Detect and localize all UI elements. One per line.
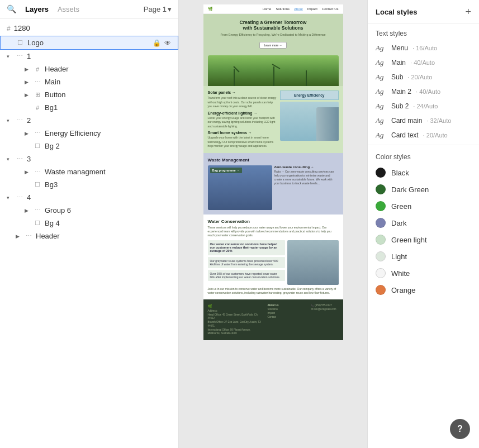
style-name: Main — [391, 59, 406, 66]
color-swatch-white — [376, 268, 386, 278]
water-text: These services will help you reduce your… — [208, 226, 339, 237]
color-orange[interactable]: Orange — [368, 282, 479, 298]
nav-about: About — [294, 7, 303, 11]
color-green[interactable]: Green — [368, 198, 479, 215]
zero-waste-text: Ratio → Our zero-waste consulting servic… — [274, 170, 339, 185]
color-swatch-dark-green — [376, 184, 386, 194]
color-name-black: Black — [391, 169, 409, 177]
water-cards: Our water conservation solutions have he… — [208, 240, 339, 285]
layer-item-logo[interactable]: ☐ Logo 🔒 👁 — [0, 36, 178, 50]
layer-logo-label: Logo — [27, 39, 149, 47]
water-image-col — [287, 240, 339, 285]
text-style-sub2[interactable]: Ag Sub 2 · 24/Auto — [368, 99, 479, 113]
smarthome-title: Smart home systems → — [208, 131, 278, 135]
group-icon: ⋯ — [25, 232, 32, 240]
text-style-sub[interactable]: Ag Sub · 20/Auto — [368, 70, 479, 84]
arrow-down-icon: ▾ — [7, 54, 12, 59]
ag-icon: Ag — [376, 116, 387, 125]
group-3[interactable]: ▾ ⋯ 3 — [0, 152, 178, 165]
canvas-two-col: Solar panels → Transform your roof into … — [208, 90, 339, 149]
color-light[interactable]: Light — [368, 248, 479, 265]
frame-icon: ☐ — [16, 39, 24, 46]
hero-btn[interactable]: Learn more → — [259, 42, 287, 49]
bag-label: Bag programme → — [210, 168, 242, 173]
layer-main[interactable]: ▶ ⋯ Main — [0, 75, 178, 88]
layer-bg3[interactable]: ☐ Bg3 — [0, 178, 178, 191]
color-swatch-light — [376, 251, 386, 261]
arrow-down-icon: ▾ — [7, 195, 12, 201]
layers-tab[interactable]: Layers — [25, 5, 49, 13]
group-4-label: 4 — [27, 193, 31, 202]
color-dark[interactable]: Dark — [368, 215, 479, 231]
layer-energy-label: Energy Efficiency — [45, 129, 172, 137]
color-name-dark-green: Dark Green — [391, 185, 429, 194]
style-size: · 24/Auto — [413, 103, 438, 109]
lock-icon[interactable]: 🔒 — [153, 39, 161, 47]
group-2-label: 2 — [27, 116, 31, 125]
help-button[interactable]: ? — [450, 419, 470, 439]
search-icon[interactable]: 🔍 — [7, 4, 16, 13]
energy-image — [280, 102, 339, 141]
color-name-white: White — [391, 269, 410, 278]
arrow-right-icon: ▶ — [25, 169, 30, 175]
canvas-inner[interactable]: 🌿 Home Solutions About Impact Contact Us… — [179, 0, 367, 448]
color-dark-green[interactable]: Dark Green — [368, 181, 479, 198]
group-3-label: 3 — [27, 155, 31, 163]
text-style-main[interactable]: Ag Main · 40/Auto — [368, 55, 479, 70]
footer-links: About Us Solutions Impact Contact — [268, 304, 306, 318]
layer-actions: 🔒 👁 — [153, 39, 171, 47]
canvas-waste-section: Waste Management Bag programme → Zero-wa… — [203, 153, 343, 215]
layer-group6[interactable]: ▶ ⋯ Group 6 — [0, 204, 178, 217]
layer-button[interactable]: ▶ ⊞ Button — [0, 88, 178, 101]
layer-waste[interactable]: ▶ ⋯ Waste managment — [0, 165, 178, 178]
page-selector[interactable]: Page 1 ▾ — [144, 5, 172, 13]
group-2[interactable]: ▾ ⋯ 2 — [0, 114, 178, 127]
color-name-light: Light — [391, 252, 407, 261]
group-1-label: 1 — [27, 52, 31, 60]
component-icon: ⊞ — [34, 91, 41, 98]
layer-bg4-label: Bg 4 — [45, 219, 172, 227]
water-title: Water Conservation — [208, 219, 339, 224]
hero-text: Creating a Greener Tomorrowwith Sustaina… — [208, 20, 339, 55]
layer-header-bottom[interactable]: ▶ ⋯ Header — [0, 230, 178, 242]
nav-contact: Contact Us — [322, 7, 339, 11]
nav-impact: Impact — [307, 7, 317, 11]
text-style-main2[interactable]: Ag Main 2 · 40/Auto — [368, 84, 479, 99]
canvas-nav: 🌿 Home Solutions About Impact Contact Us — [203, 4, 343, 14]
ag-icon: Ag — [376, 44, 387, 53]
layer-bg1[interactable]: # Bg1 — [0, 101, 178, 114]
layer-header[interactable]: ▶ # Header — [0, 63, 178, 75]
group-4[interactable]: ▾ ⋯ 4 — [0, 191, 178, 204]
group-1[interactable]: ▾ ⋯ 1 — [0, 50, 178, 63]
text-style-card-text[interactable]: Ag Card text · 20/Auto — [368, 128, 479, 142]
layer-bg4[interactable]: ☐ Bg 4 — [0, 217, 178, 230]
eye-icon[interactable]: 👁 — [164, 39, 171, 47]
color-name-green: Green — [391, 202, 411, 211]
footer-address: Address: Head Office: 45 Green Street, E… — [208, 309, 263, 336]
arrow-right-icon: ▶ — [25, 131, 30, 136]
canvas-frame: 🌿 Home Solutions About Impact Contact Us… — [203, 4, 343, 444]
color-black[interactable]: Black — [368, 164, 479, 181]
style-name: Card text — [391, 131, 419, 139]
layers-list: # 1280 ☐ Logo 🔒 👁 ▾ ⋯ 1 ▶ # Header ▶ ⋯ M… — [0, 18, 178, 448]
color-swatch-dark — [376, 218, 386, 228]
text-style-menu[interactable]: Ag Menu · 16/Auto — [368, 41, 479, 55]
root-frame-label: 1280 — [14, 24, 30, 32]
layer-bg3-label: Bg3 — [45, 180, 172, 189]
nav-solutions: Solutions — [276, 7, 290, 11]
color-white[interactable]: White — [368, 265, 479, 282]
assets-tab[interactable]: Assets — [58, 5, 79, 13]
layer-energy[interactable]: ▶ ⋯ Energy Efficiency — [0, 127, 178, 140]
solar-text: Transform your roof into a clean source … — [208, 96, 278, 109]
add-style-button[interactable]: + — [465, 7, 471, 17]
layer-main-label: Main — [45, 78, 172, 86]
footer-left: 🌿 Address: Head Office: 45 Green Street,… — [208, 304, 263, 336]
layer-bg2[interactable]: ☐ Bg 2 — [0, 140, 178, 152]
arrow-down-icon: ▾ — [7, 156, 12, 162]
color-green-light[interactable]: Green light — [368, 231, 479, 248]
root-frame[interactable]: # 1280 — [0, 21, 178, 36]
water-image — [287, 240, 339, 285]
style-name: Menu — [391, 44, 408, 52]
lighting-text: Lower your energy usage and lower your f… — [208, 116, 278, 129]
text-style-card-main[interactable]: Ag Card main · 32/Auto — [368, 113, 479, 128]
